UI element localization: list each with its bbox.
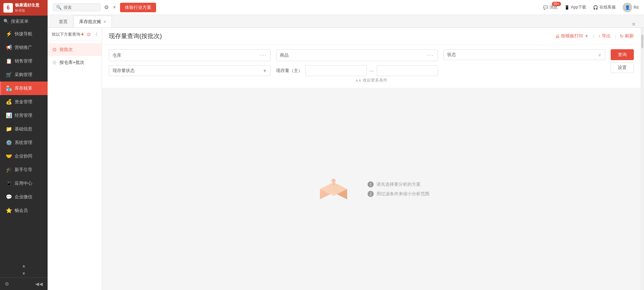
sidebar-item-sales[interactable]: 📋销售管理: [0, 54, 48, 68]
nav-label-finance: 资金管理: [15, 99, 32, 105]
sidebar-item-vip[interactable]: ⭐畅会员: [0, 204, 48, 217]
nav-label-basic: 基础信息: [15, 126, 32, 132]
left-panel-header: 按以下方案查询 + ⊙ 《: [48, 28, 102, 41]
sidebar-scroll-up[interactable]: ▲: [0, 262, 48, 270]
sidebar-item-enterprise[interactable]: 🤝企业协同: [0, 149, 48, 163]
nav-label-ops: 经营管理: [15, 112, 32, 119]
topbar-search-box[interactable]: 🔍: [53, 3, 101, 11]
tab-global-close-icon[interactable]: ✕: [629, 21, 639, 28]
sidebar-item-marketing[interactable]: 📢营销推广: [0, 41, 48, 54]
settings-icon[interactable]: ⚙: [5, 281, 9, 287]
export-btn[interactable]: ↑ 导出: [598, 33, 611, 39]
nav-label-purchase: 采购管理: [15, 72, 32, 78]
collapse-icon[interactable]: ◀◀: [35, 281, 43, 287]
warehouse-label: 仓库: [113, 52, 121, 58]
sidebar-footer: ⚙ ◀◀: [0, 277, 48, 290]
inventory-amount-min[interactable]: [305, 65, 367, 76]
topbar-dropdown-icon[interactable]: ▼: [112, 5, 117, 10]
panel-collapse-icon[interactable]: 《: [94, 32, 98, 37]
inventory-amount-label: 现存量（主）: [276, 68, 303, 74]
app-logo: 6: [3, 3, 13, 13]
collapse-bar[interactable]: ∧∧ 收起更多条件: [109, 76, 634, 83]
plan-list: ⊙ 按批次 ⊙ 按仓库+批次: [48, 41, 102, 290]
hint-text-1: 请先选择要分析的方案: [376, 181, 421, 187]
warehouse-filter[interactable]: 仓库 ···: [109, 49, 271, 61]
plan-by-warehouse-batch-label: 按仓库+批次: [60, 59, 84, 66]
inventory-amount-max[interactable]: [377, 65, 438, 76]
nav-icon-finance: 💰: [6, 99, 12, 105]
right-scrollbar[interactable]: [641, 28, 644, 290]
nav-icon-purchase: 🛒: [6, 72, 12, 78]
export-label: 导出: [602, 33, 611, 39]
user-profile-action[interactable]: 👤 Rit: [623, 3, 639, 12]
left-panel-header-actions: + ⊙ 《: [81, 31, 98, 37]
sidebar-item-ops[interactable]: 📊经营管理: [0, 109, 48, 122]
settings-button[interactable]: 设置: [611, 62, 634, 73]
left-panel: 按以下方案查询 + ⊙ 《 ⊙ 按批次 ⊙ 按仓库+批次: [48, 28, 102, 290]
right-panel: 现存量查询(按批次) 🖨 按模板打印 ▼ | ↑ 导出 | ↻: [102, 28, 641, 290]
phone-icon: 📱: [564, 5, 570, 10]
nav-icon-ops: 📊: [6, 112, 12, 119]
sidebar-item-guide[interactable]: 🎓新手引导: [0, 163, 48, 177]
company-name: 畅康通好生意: [15, 3, 39, 8]
tab-home[interactable]: 首页: [53, 16, 73, 28]
plan-by-batch-label: 按批次: [60, 47, 73, 53]
user-name: Rit: [633, 5, 639, 10]
sidebar-item-inventory[interactable]: 🏪库存核算: [0, 81, 48, 95]
nav-label-guide: 新手引导: [15, 167, 32, 173]
print-dropdown-icon[interactable]: ▼: [584, 34, 589, 39]
status-arrow-icon: ∨: [598, 52, 601, 57]
query-button[interactable]: 查询: [611, 49, 634, 60]
nav-icon-sales: 📋: [6, 58, 12, 64]
sidebar-item-quicknav[interactable]: ⚡快捷导航: [0, 27, 48, 41]
empty-illustration: [313, 172, 354, 206]
product-filter[interactable]: 商品 ···: [276, 49, 438, 61]
nav-label-quicknav: 快捷导航: [15, 31, 32, 37]
nav-icon-inventory: 🏪: [6, 85, 12, 91]
sidebar-item-wechat[interactable]: 💬企业微信: [0, 190, 48, 204]
page-header: 现存量查询(按批次) 🖨 按模板打印 ▼ | ↑ 导出 | ↻: [102, 28, 641, 44]
status-filter[interactable]: 状态 ∨: [443, 49, 605, 60]
nav-icon-vip: ⭐: [6, 207, 12, 214]
export-icon: ↑: [598, 34, 600, 39]
plan-item-by-batch[interactable]: ⊙ 按批次: [48, 43, 102, 56]
topbar-search-input[interactable]: [64, 5, 98, 10]
print-icon: 🖨: [555, 34, 560, 39]
app-download-label: App下载: [571, 4, 586, 10]
sidebar-search[interactable]: 🔍 搜索菜单: [0, 16, 48, 27]
inventory-status-filter[interactable]: 现存量状态 ▼: [109, 65, 271, 76]
print-btn[interactable]: 🖨 按模板打印 ▼: [555, 33, 589, 39]
sidebar-item-basic[interactable]: 📁基础信息: [0, 122, 48, 136]
nav-icon-system: ⚙️: [6, 140, 12, 146]
message-badge: 99+: [552, 2, 561, 6]
add-plan-icon[interactable]: +: [81, 31, 84, 37]
inventory-amount-dash: —: [370, 68, 374, 73]
topbar-gear-icon[interactable]: ⚙: [104, 4, 109, 11]
hint-num-1: 1: [368, 181, 374, 187]
nav-label-appstore: 应用中心: [15, 180, 32, 186]
sidebar-item-system[interactable]: ⚙️系统管理: [0, 136, 48, 149]
sidebar-item-finance[interactable]: 💰资金管理: [0, 95, 48, 109]
empty-hint-1: 1 请先选择要分析的方案: [368, 181, 429, 187]
avatar: 👤: [623, 3, 632, 12]
sidebar-item-purchase[interactable]: 🛒采购管理: [0, 68, 48, 81]
app-download-action[interactable]: 📱 App下载: [564, 4, 586, 10]
page-header-actions: 🖨 按模板打印 ▼ | ↑ 导出 | ↻ 刷新: [555, 33, 634, 39]
sidebar-item-appstore[interactable]: 📱应用中心: [0, 177, 48, 190]
topbar-actions: 💬 消息 99+ 📱 App下载 🎧 在线客服 👤 Rit: [543, 3, 639, 12]
tab-close-icon[interactable]: ×: [103, 19, 106, 24]
online-service-action[interactable]: 🎧 在线客服: [593, 4, 616, 10]
refresh-btn[interactable]: ↻ 刷新: [620, 33, 634, 39]
topbar-search-icon: 🔍: [56, 5, 62, 10]
message-action[interactable]: 💬 消息 99+: [543, 4, 558, 10]
plan-active-icon: ⊙: [52, 47, 57, 53]
header-divider-2: |: [615, 34, 616, 39]
message-icon: 💬: [543, 5, 548, 10]
tab-inventory-batch[interactable]: 库存批次账 ×: [73, 16, 112, 28]
experience-btn[interactable]: 体验行业方案: [120, 3, 156, 12]
sidebar-nav: ⚡快捷导航📢营销推广📋销售管理🛒采购管理🏪库存核算💰资金管理📊经营管理📁基础信息…: [0, 27, 48, 262]
nav-label-wechat: 企业微信: [15, 194, 32, 200]
sidebar-scroll-down[interactable]: ▼: [0, 270, 48, 277]
plan-settings-icon[interactable]: ⊙: [87, 32, 91, 37]
plan-item-by-warehouse-batch[interactable]: ⊙ 按仓库+批次: [48, 56, 102, 69]
